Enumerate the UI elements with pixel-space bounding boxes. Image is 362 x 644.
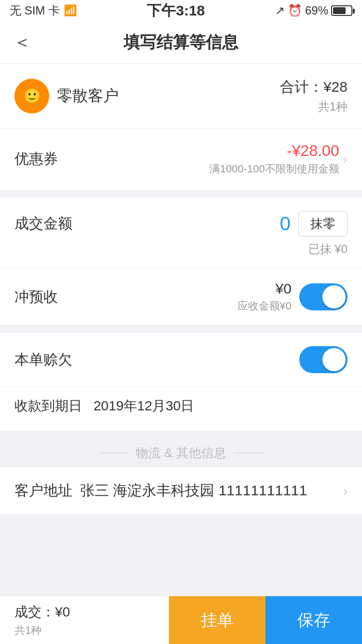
- customer-left: 🙂 零散客户: [14, 79, 119, 113]
- duedate-value: 2019年12月30日: [94, 398, 195, 413]
- duedate-row: 收款到期日 2019年12月30日: [0, 387, 362, 431]
- wifi-icon: 📶: [64, 4, 77, 17]
- prepaid-main: ¥0: [237, 280, 292, 297]
- debt-toggle[interactable]: [299, 346, 348, 373]
- prepaid-toggle[interactable]: [299, 283, 348, 310]
- pending-button[interactable]: 挂单: [169, 596, 265, 644]
- coupon-info: -¥28.00 满1000-100不限制使用金额: [209, 142, 339, 176]
- back-button[interactable]: ＜: [14, 30, 31, 54]
- signal-text: 无 SIM 卡: [10, 3, 60, 18]
- prepaid-sub: 应收金额¥0: [237, 299, 292, 313]
- coupon-desc: 满1000-100不限制使用金额: [209, 162, 339, 176]
- amount-section: 成交金额 0 抹零 已抹 ¥0 冲预收 ¥0 应收金额¥0: [0, 197, 362, 325]
- debt-toggle-knob: [322, 348, 346, 371]
- bottom-deal: 成交：¥0: [14, 603, 154, 621]
- customer-name: 零散客户: [57, 85, 119, 107]
- status-bar: 无 SIM 卡 📶 下午3:18 ↗ ⏰ 69%: [0, 0, 362, 21]
- status-time: 下午3:18: [147, 1, 205, 21]
- page-title: 填写结算等信息: [124, 31, 238, 54]
- address-value: 张三 海淀永丰科技园 11111111111: [80, 481, 343, 501]
- coupon-label: 优惠券: [14, 149, 58, 169]
- customer-section: 🙂 零散客户 合计：¥28 共1种 优惠券 -¥28.00 满1000-100不…: [0, 64, 362, 190]
- avatar: 🙂: [14, 79, 49, 113]
- bottom-count: 共1种: [14, 623, 154, 638]
- address-chevron-icon: ›: [343, 483, 348, 499]
- battery-fill: [333, 7, 346, 14]
- total-count: 共1种: [280, 99, 348, 114]
- logistics-divider: 物流 & 其他信息: [0, 438, 362, 467]
- alarm-icon: ⏰: [288, 4, 302, 17]
- address-label: 客户地址: [14, 481, 72, 501]
- status-right: ↗ ⏰ 69%: [275, 4, 352, 17]
- bottom-info: 成交：¥0 共1种: [0, 596, 169, 644]
- customer-right: 合计：¥28 共1种: [280, 77, 348, 114]
- logistics-text: 物流 & 其他信息: [99, 445, 263, 462]
- amount-value: 0: [280, 213, 291, 235]
- nav-bar: ＜ 填写结算等信息: [0, 21, 362, 64]
- location-icon: ↗: [275, 4, 285, 17]
- avatar-icon: 🙂: [23, 87, 41, 104]
- address-section: 客户地址 张三 海淀永丰科技园 11111111111 ›: [0, 467, 362, 514]
- prepaid-label: 冲预收: [14, 287, 58, 307]
- battery-percent: 69%: [305, 4, 328, 17]
- round-button[interactable]: 抹零: [298, 211, 348, 237]
- amount-row: 成交金额 0 抹零: [0, 197, 362, 241]
- customer-row: 🙂 零散客户 合计：¥28 共1种: [0, 64, 362, 128]
- bottom-bar: 成交：¥0 共1种 挂单 保存: [0, 596, 362, 644]
- prepaid-amounts: ¥0 应收金额¥0: [237, 280, 292, 313]
- address-row[interactable]: 客户地址 张三 海淀永丰科技园 11111111111 ›: [0, 467, 362, 514]
- toggle-knob: [322, 285, 346, 308]
- debt-section: 本单赊欠 收款到期日 2019年12月30日: [0, 333, 362, 431]
- amount-sub: 已抹 ¥0: [0, 241, 362, 268]
- prepaid-right: ¥0 应收金额¥0: [237, 280, 348, 313]
- coupon-discount: -¥28.00: [209, 142, 339, 160]
- duedate-label: 收款到期日: [14, 398, 82, 413]
- amount-label: 成交金额: [14, 214, 72, 234]
- debt-label: 本单赊欠: [14, 350, 72, 370]
- total-amount: 合计：¥28: [280, 77, 348, 97]
- coupon-row[interactable]: 优惠券 -¥28.00 满1000-100不限制使用金额 ›: [0, 128, 362, 190]
- chevron-right-icon: ›: [343, 152, 348, 167]
- battery-icon: [331, 5, 352, 16]
- prepaid-row: 冲预收 ¥0 应收金额¥0: [0, 268, 362, 325]
- coupon-right: -¥28.00 满1000-100不限制使用金额 ›: [209, 142, 348, 176]
- amount-right: 0 抹零: [280, 211, 348, 237]
- debt-row: 本单赊欠: [0, 333, 362, 387]
- save-button[interactable]: 保存: [265, 596, 362, 644]
- status-left: 无 SIM 卡 📶: [10, 3, 77, 18]
